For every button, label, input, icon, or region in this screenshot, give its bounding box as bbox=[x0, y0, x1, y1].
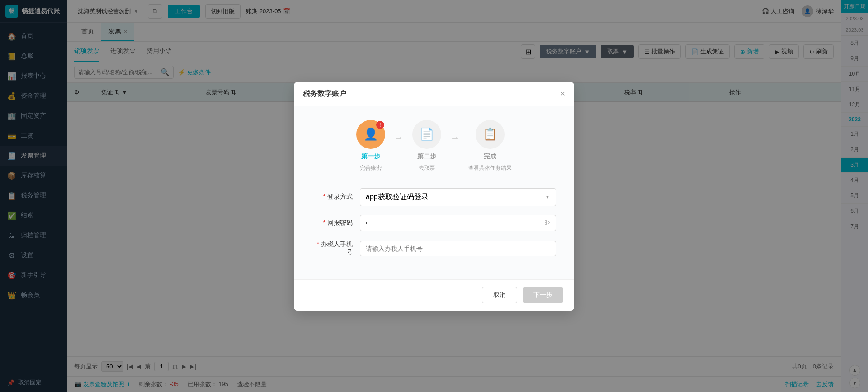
modal-header: 税务数字账户 × bbox=[294, 82, 574, 106]
step-3-icon: 📋 bbox=[483, 127, 497, 141]
eye-icon[interactable]: 👁 bbox=[543, 219, 550, 227]
modal-close-button[interactable]: × bbox=[560, 89, 565, 99]
step-arrow-1: → bbox=[385, 137, 412, 138]
step-1-error-badge: ! bbox=[376, 121, 384, 129]
step-2-label: 第二步 bbox=[417, 153, 436, 161]
step-1-icon: 👤 bbox=[363, 127, 378, 141]
modal-overlay: 税务数字账户 × 👤 ! 第一步 完善账密 → bbox=[0, 0, 868, 392]
phone-row: * 办税人手机号 bbox=[312, 240, 556, 257]
phone-control bbox=[360, 241, 556, 256]
password-value: • bbox=[366, 220, 543, 225]
login-method-select[interactable]: app获取验证码登录 ▼ bbox=[360, 188, 556, 206]
phone-label: * 办税人手机号 bbox=[312, 240, 353, 257]
login-method-row: * 登录方式 app获取验证码登录 ▼ bbox=[312, 188, 556, 206]
modal-body: 👤 ! 第一步 完善账密 → 📄 第二步 去取票 bbox=[294, 106, 574, 279]
step-3-label: 完成 bbox=[484, 153, 496, 161]
next-button[interactable]: 下一步 bbox=[523, 287, 563, 303]
step-2: 📄 第二步 去取票 bbox=[412, 120, 441, 172]
login-method-label: * 登录方式 bbox=[312, 193, 353, 201]
arrow-right-icon-2: → bbox=[450, 133, 459, 143]
cancel-button[interactable]: 取消 bbox=[482, 287, 517, 303]
step-3-circle: 📋 bbox=[476, 120, 505, 149]
step-2-icon: 📄 bbox=[420, 127, 434, 141]
modal-dialog: 税务数字账户 × 👤 ! 第一步 完善账密 → bbox=[294, 82, 574, 311]
password-row: * 网报密码 • 👁 bbox=[312, 215, 556, 231]
modal-form: * 登录方式 app获取验证码登录 ▼ * 网报密码 bbox=[312, 188, 556, 257]
login-method-control: app获取验证码登录 ▼ bbox=[360, 188, 556, 206]
step-1: 👤 ! 第一步 完善账密 bbox=[356, 120, 385, 172]
password-input-wrap[interactable]: • 👁 bbox=[360, 215, 556, 231]
step-1-label: 第一步 bbox=[361, 153, 380, 161]
step-3: 📋 完成 查看具体任务结果 bbox=[468, 120, 512, 172]
step-3-desc: 查看具体任务结果 bbox=[468, 164, 512, 172]
step-2-circle: 📄 bbox=[412, 120, 441, 149]
password-label: * 网报密码 bbox=[312, 219, 353, 227]
steps-indicator: 👤 ! 第一步 完善账密 → 📄 第二步 去取票 bbox=[312, 120, 556, 172]
step-arrow-2: → bbox=[441, 137, 468, 138]
login-method-value: app获取验证码登录 bbox=[366, 192, 429, 202]
arrow-right-icon-1: → bbox=[394, 133, 403, 143]
step-1-circle: 👤 ! bbox=[356, 120, 385, 149]
modal-footer: 取消 下一步 bbox=[294, 279, 574, 311]
phone-input[interactable] bbox=[360, 241, 556, 256]
chevron-down-icon-login: ▼ bbox=[545, 194, 550, 200]
step-1-desc: 完善账密 bbox=[360, 164, 382, 172]
step-2-desc: 去取票 bbox=[419, 164, 435, 172]
modal-title: 税务数字账户 bbox=[303, 89, 346, 99]
password-control: • 👁 bbox=[360, 215, 556, 231]
